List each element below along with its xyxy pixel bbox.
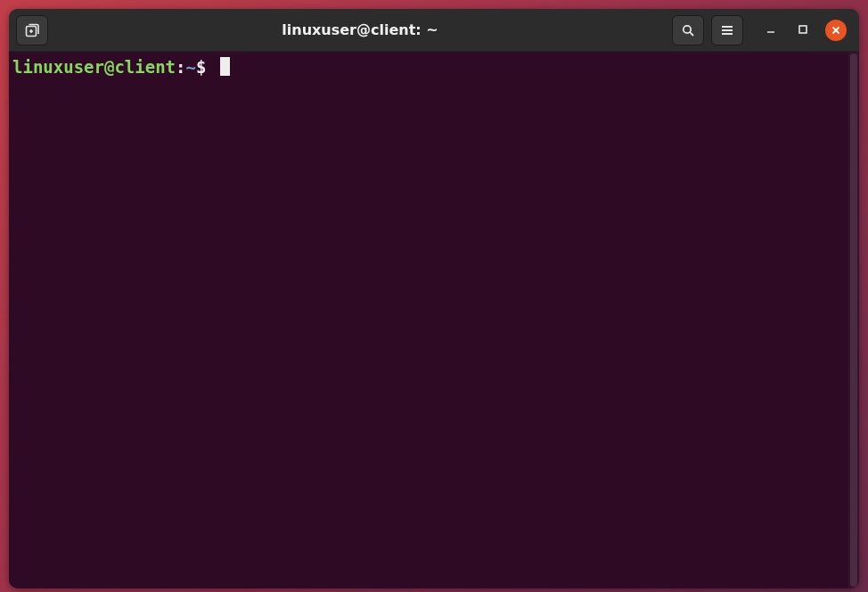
search-icon [681,23,695,37]
titlebar-right-group [672,15,743,45]
terminal-area: linuxuser@client:~$ [9,52,859,588]
close-button[interactable] [825,20,847,41]
prompt-end: $ [196,57,206,77]
maximize-icon [798,21,808,38]
svg-rect-2 [799,26,807,33]
minimize-button[interactable] [761,21,781,40]
terminal-window: linuxuser@client: ~ [9,9,859,588]
scrollbar-thumb[interactable] [850,53,857,587]
terminal-content[interactable]: linuxuser@client:~$ [9,52,848,588]
hamburger-icon [720,23,734,37]
search-button[interactable] [672,15,704,45]
scrollbar[interactable] [848,52,859,588]
prompt-user-host: linuxuser@client [12,57,176,77]
titlebar: linuxuser@client: ~ [9,9,859,52]
window-controls [757,20,852,41]
maximize-button[interactable] [793,21,813,40]
svg-point-1 [684,25,691,32]
window-title: linuxuser@client: ~ [53,21,667,38]
close-icon [831,21,840,38]
text-cursor [220,57,230,76]
menu-button[interactable] [711,15,743,45]
prompt-separator: : [176,57,185,77]
new-tab-button[interactable] [16,15,48,45]
new-tab-icon [24,22,40,38]
prompt-path: ~ [185,57,195,77]
minimize-icon [766,21,776,38]
